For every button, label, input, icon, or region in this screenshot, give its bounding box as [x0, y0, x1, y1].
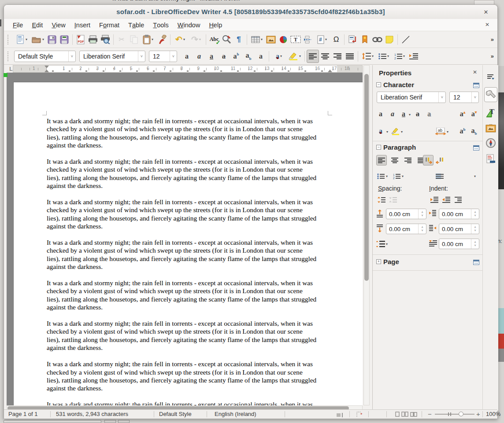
chevron-down-icon[interactable] [474, 174, 476, 178]
document-page[interactable]: It was a dark and stormy night; the rain… [14, 82, 363, 405]
menu-file[interactable]: File [8, 19, 27, 31]
paragraph[interactable]: It was a dark and stormy night; the rain… [47, 401, 332, 405]
paragraph[interactable]: It was a dark and stormy night; the rain… [47, 320, 332, 352]
sidebar-italic-button[interactable] [387, 109, 398, 119]
document-close-icon[interactable] [484, 22, 490, 28]
strikethrough-button[interactable] [218, 50, 230, 63]
paragraph[interactable]: It was a dark and stormy night; the rain… [47, 117, 332, 150]
export-pdf-button[interactable]: PDF [74, 33, 87, 46]
menu-help[interactable]: Help [204, 19, 226, 31]
status-zoom-level[interactable]: 100% [486, 411, 500, 417]
cut-button[interactable] [115, 33, 128, 46]
paste-button[interactable] [140, 33, 156, 46]
toolbar-grip[interactable] [7, 51, 11, 61]
spacing-above-field[interactable]: 0.00 cm [386, 209, 426, 219]
decrease-font-size-button[interactable] [469, 109, 479, 119]
spelling-button[interactable] [208, 33, 220, 46]
paragraph[interactable]: It was a dark and stormy night; the rain… [47, 360, 332, 393]
clone-formatting-button[interactable] [156, 33, 168, 46]
increase-spacing-button[interactable] [376, 195, 387, 205]
status-page-style[interactable]: Default Style [159, 411, 192, 417]
menu-format[interactable]: Format [95, 19, 124, 31]
increase-font-size-button[interactable] [457, 109, 468, 119]
indent-after-field[interactable]: 0.00 cm [439, 224, 479, 234]
spacing-below-field[interactable]: 0.00 cm [386, 224, 426, 234]
title-bar[interactable]: sofar.odt - LibreOfficeDev Writer 4.5 [8… [4, 5, 497, 19]
right-to-left-button[interactable] [434, 155, 445, 166]
highlight-color-button[interactable] [287, 50, 303, 63]
sidebar-close-icon[interactable] [473, 69, 477, 75]
save-as-button[interactable] [58, 33, 70, 46]
spinner-arrows[interactable] [471, 224, 479, 234]
decrease-spacing-button[interactable] [388, 195, 398, 205]
zoom-in-icon[interactable]: + [476, 410, 480, 418]
font-name-select[interactable]: Liberation Serif [79, 51, 145, 62]
sidebar-highlight-button[interactable] [390, 126, 401, 136]
insert-image-button[interactable] [265, 33, 277, 46]
sidebar-subscript-button[interactable] [469, 126, 479, 136]
zoom-slider-track[interactable] [435, 414, 474, 415]
toolbar-overflow-icon[interactable] [491, 53, 494, 59]
italic-button[interactable] [193, 50, 205, 63]
menu-insert[interactable]: Insert [70, 19, 95, 31]
numbered-list-button[interactable]: 12 [392, 50, 408, 63]
tab-navigator[interactable] [484, 136, 497, 150]
switch-indent-button[interactable] [453, 195, 463, 205]
menu-tools[interactable]: Tools [148, 19, 173, 31]
save-button[interactable] [46, 33, 58, 46]
zoom-out-icon[interactable]: − [428, 410, 432, 418]
sidebar-align-right-button[interactable] [403, 155, 413, 166]
indent-marker-first-line[interactable] [44, 66, 49, 68]
multi-page-view-icon[interactable] [401, 412, 408, 418]
chevron-down-icon[interactable] [409, 113, 411, 117]
menu-window[interactable]: Window [173, 19, 205, 31]
font-color-button[interactable] [271, 50, 287, 63]
document-text[interactable]: It was a dark and stormy night; the rain… [47, 117, 332, 405]
spinner-arrows[interactable] [418, 209, 426, 219]
document-viewport[interactable]: It was a dark and stormy night; the rain… [7, 73, 363, 405]
formatting-marks-button[interactable] [233, 33, 245, 46]
character-spacing-button[interactable]: ab [435, 126, 446, 136]
open-button[interactable] [30, 33, 46, 46]
left-to-right-button[interactable] [423, 155, 434, 166]
spinner-arrows[interactable] [471, 209, 479, 219]
status-page-number[interactable]: Page 1 of 1 [8, 411, 38, 417]
paragraph[interactable]: It was a dark and stormy night; the rain… [47, 158, 332, 190]
chevron-down-icon[interactable] [386, 242, 388, 246]
paragraph[interactable]: It was a dark and stormy night; the rain… [47, 279, 332, 312]
bullet-list-button[interactable] [376, 50, 392, 63]
clear-formatting-button[interactable] [255, 50, 267, 63]
font-size-select[interactable]: 12 [149, 51, 177, 62]
sidebar-bold-button[interactable] [375, 109, 386, 119]
sidebar-line-spacing-button[interactable] [375, 239, 386, 249]
print-button[interactable] [87, 33, 99, 46]
sidebar-underline-button[interactable] [398, 109, 409, 119]
toolbar-grip[interactable] [7, 35, 11, 44]
indent-before-field[interactable]: 0.00 cm [439, 209, 479, 219]
subscript-button[interactable] [242, 50, 255, 63]
paragraph[interactable]: It was a dark and stormy night; the rain… [47, 239, 332, 271]
indent-marker-right[interactable] [328, 70, 332, 72]
sidebar-align-center-button[interactable] [389, 155, 400, 166]
expand-icon[interactable] [376, 259, 381, 264]
paragraph-background-button[interactable] [434, 171, 445, 181]
new-document-button[interactable] [14, 33, 30, 46]
status-word-count[interactable]: 531 words, 2,943 characters [56, 411, 128, 417]
print-preview-button[interactable] [99, 33, 111, 46]
collapse-icon[interactable] [376, 145, 381, 150]
vertical-scrollbar-thumb[interactable] [364, 74, 369, 281]
insert-comment-button[interactable] [383, 33, 396, 46]
line-spacing-button[interactable] [360, 50, 376, 63]
sidebar-settings-icon[interactable] [484, 70, 497, 84]
sidebar-numbered-list-button[interactable]: 12 [391, 171, 402, 181]
insert-field-button[interactable]: # [314, 33, 330, 46]
auto-spellcheck-button[interactable] [220, 33, 233, 46]
sidebar-font-color-button[interactable] [375, 126, 386, 136]
zoom-slider-handle[interactable] [459, 412, 463, 416]
chevron-down-icon[interactable] [386, 130, 388, 134]
single-page-view-icon[interactable] [395, 412, 400, 418]
insert-table-button[interactable] [249, 33, 265, 46]
sidebar-font-name-select[interactable]: Liberation Serif [377, 92, 446, 103]
increase-indent-button[interactable] [408, 50, 420, 63]
sidebar-bullet-list-button[interactable] [375, 171, 386, 181]
